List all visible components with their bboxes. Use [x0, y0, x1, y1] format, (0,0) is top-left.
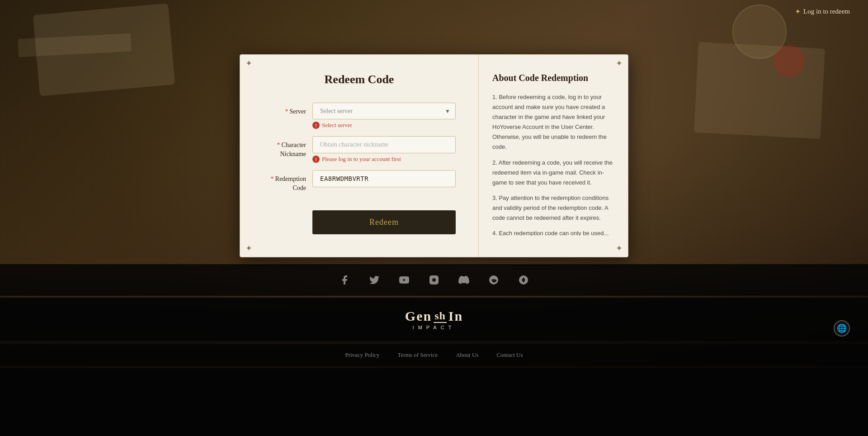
log-in-label: Log in to redeem — [803, 8, 850, 15]
server-field-wrap: Select server America Europe Asia TW/HK/… — [312, 103, 456, 129]
redeem-form-panel: Redeem Code *Server Select server Americ… — [240, 55, 479, 257]
server-select[interactable]: Select server America Europe Asia TW/HK/… — [312, 103, 456, 119]
info-point-4: 4. Each redemption code can only be used… — [492, 228, 614, 236]
svg-point-5 — [494, 280, 495, 281]
error-icon-char: ! — [312, 156, 320, 163]
server-label: *Server — [263, 103, 312, 116]
character-nickname-input[interactable] — [312, 136, 456, 153]
youtube-icon[interactable] — [397, 273, 411, 287]
character-field-wrap: ! Please log in to your account first — [312, 136, 456, 163]
redeem-dialog: ✦ ✦ Redeem Code *Server Select server Am… — [240, 54, 628, 257]
about-us-link[interactable]: About Us — [456, 351, 478, 359]
bottom-bar — [0, 368, 868, 436]
corner-bl-icon: ✦ — [245, 243, 252, 253]
info-text: 1. Before redeeming a code, log in to yo… — [492, 92, 614, 236]
twitter-icon[interactable] — [368, 273, 381, 287]
discord-icon[interactable] — [457, 273, 471, 287]
corner-br-icon: ✦ — [616, 243, 623, 253]
log-in-link[interactable]: ✦ Log in to redeem — [795, 7, 850, 16]
redemption-label: *Redemption Code — [263, 170, 312, 192]
genshin-logo: Gen sh In IMPACT — [405, 308, 463, 330]
redemption-code-input[interactable] — [312, 170, 456, 187]
redeem-btn-wrap: Redeem — [263, 199, 456, 234]
redemption-field-wrap — [312, 170, 456, 187]
character-error: ! Please log in to your account first — [312, 156, 456, 163]
required-star-char: * — [277, 142, 280, 148]
logo-text-in: In — [448, 308, 463, 324]
character-label: *Character Nickname — [263, 136, 312, 158]
social-bar — [0, 264, 868, 296]
required-star-redeem: * — [271, 175, 274, 182]
globe-icon-wrap[interactable]: 🌐 — [834, 320, 850, 336]
form-title: Redeem Code — [263, 73, 456, 86]
server-select-wrapper: Select server America Europe Asia TW/HK/… — [312, 103, 456, 119]
globe-icon: 🌐 — [834, 320, 850, 336]
info-title: About Code Redemption — [492, 73, 614, 83]
info-point-1: 1. Before redeeming a code, log in to yo… — [492, 92, 614, 152]
info-point-2: 2. After redeeming a code, you will rece… — [492, 158, 614, 188]
character-row: *Character Nickname ! Please log in to y… — [263, 136, 456, 163]
footer-links: Privacy Policy Terms of Service About Us… — [0, 344, 868, 366]
logo-text-gen: Gen — [405, 308, 432, 324]
error-icon: ! — [312, 122, 320, 129]
svg-point-4 — [493, 280, 493, 281]
redemption-info-panel: About Code Redemption 1. Before redeemin… — [479, 55, 628, 236]
redeem-button[interactable]: Redeem — [312, 210, 456, 234]
top-bar: ✦ Log in to redeem — [777, 0, 868, 23]
instagram-icon[interactable] — [427, 273, 441, 287]
contact-us-link[interactable]: Contact Us — [496, 351, 523, 359]
facebook-icon[interactable] — [338, 273, 351, 287]
logo-area: Gen sh In IMPACT — [0, 298, 868, 341]
server-row: *Server Select server America Europe Asi… — [263, 103, 456, 129]
hoyolab-icon[interactable] — [517, 273, 530, 287]
plus-icon: ✦ — [795, 7, 801, 16]
server-error: ! Select server — [312, 122, 456, 129]
info-point-3: 3. Pay attention to the redemption condi… — [492, 193, 614, 223]
redemption-row: *Redemption Code — [263, 170, 456, 192]
logo-text-shin: sh — [434, 310, 447, 323]
terms-of-service-link[interactable]: Terms of Service — [398, 351, 438, 359]
privacy-policy-link[interactable]: Privacy Policy — [345, 351, 379, 359]
required-star: * — [285, 108, 288, 115]
reddit-icon[interactable] — [487, 273, 500, 287]
logo-text-impact: IMPACT — [413, 325, 456, 330]
bg-seal — [773, 45, 805, 77]
